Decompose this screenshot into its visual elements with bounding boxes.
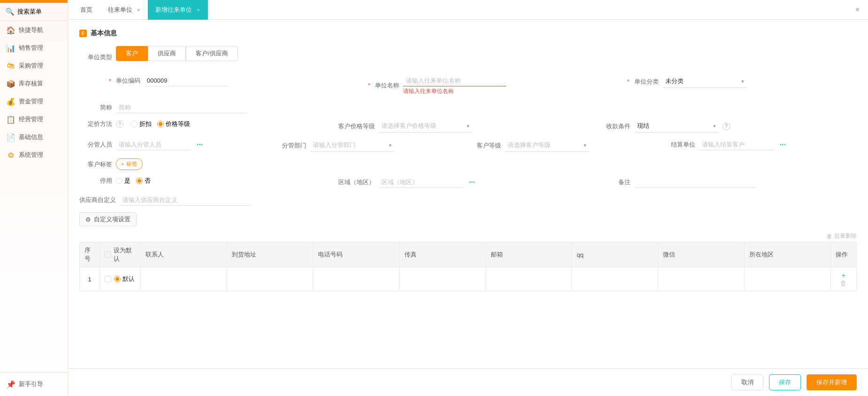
- batch-delete-btn[interactable]: 🗑 批量删除: [79, 232, 857, 240]
- col-default-label: 设为默认: [114, 246, 136, 263]
- gear-icon: ⚙: [85, 216, 91, 223]
- save-and-new-button[interactable]: 保存并新增: [807, 374, 857, 390]
- row-region-input[interactable]: [749, 274, 826, 285]
- custom-settings-button[interactable]: ⚙ 自定义项设置: [79, 212, 137, 226]
- row-checkbox[interactable]: [105, 276, 111, 282]
- customer-level-field: 客户等级 请选择客户等级 ▾: [468, 139, 662, 152]
- pricing-help-icon[interactable]: ?: [116, 120, 123, 128]
- sidebar-item-purchase[interactable]: 🛍 采购管理: [0, 57, 68, 75]
- settlement-unit-input[interactable]: [699, 139, 774, 150]
- add-tag-label: 标签: [126, 160, 137, 168]
- sidebar-item-guide[interactable]: 📌 新手引导: [0, 376, 68, 392]
- row-fax-input[interactable]: [404, 274, 481, 285]
- sidebar-bottom: 📌 新手引导: [0, 372, 68, 396]
- unit-code-input[interactable]: [144, 75, 228, 86]
- sidebar-item-quick-nav[interactable]: 🏠 快捷导航: [0, 21, 68, 39]
- tab-contacts[interactable]: 往来单位 ×: [100, 0, 148, 20]
- pricing-row: 定价方法 ? 折扣 价格等级 客户价格等级: [79, 120, 857, 132]
- chevron-down-icon-5: ▾: [584, 142, 586, 148]
- department-field: 分管部门 请输入分管部门 ▾: [274, 139, 468, 152]
- row-seq: 1: [80, 267, 100, 291]
- department-placeholder: 请输入分管部门: [313, 141, 387, 149]
- manager-more-btn[interactable]: ···: [195, 140, 205, 149]
- sidebar-item-label: 经营管理: [19, 115, 43, 124]
- payment-terms-select[interactable]: 现结 ▾: [634, 120, 719, 132]
- basic-info-icon: 📄: [7, 133, 15, 141]
- unit-category-value: 未分类: [665, 77, 739, 85]
- sidebar-item-label: 新手引导: [19, 380, 43, 388]
- main-area: 首页 往来单位 × 新增往来单位 × × F 基本信息 单位类型 客户 供应: [68, 0, 868, 396]
- code-name-category-row: * 单位编码 * 单位名称 请输入往来单位名称 * 单位分类 未分类 ▾: [79, 75, 857, 95]
- tab-new-contact[interactable]: 新增往来单位 ×: [148, 0, 207, 20]
- sidebar-item-basic-info[interactable]: 📄 基础信息: [0, 128, 68, 146]
- tab-home[interactable]: 首页: [73, 0, 100, 20]
- supplier-custom-input[interactable]: [120, 194, 251, 206]
- region-more-btn[interactable]: ···: [467, 178, 477, 186]
- sidebar-item-system[interactable]: ⚙ 系统管理: [0, 146, 68, 164]
- payment-terms-label: 收款条件: [598, 122, 631, 131]
- sidebar-item-operations[interactable]: 📋 经营管理: [0, 110, 68, 128]
- sidebar-item-inventory[interactable]: 📦 库存核算: [0, 75, 68, 93]
- unit-type-label: 单位类型: [79, 53, 112, 62]
- contacts-table: 序号 设为默认 联系人 到货地址 电话号码 传真 邮箱 qq: [79, 242, 857, 291]
- abbreviation-field: 简称: [79, 102, 857, 113]
- tab-new-contact-label: 新增往来单位: [155, 6, 192, 14]
- abbreviation-row: 简称: [79, 102, 857, 113]
- abbreviation-input[interactable]: [116, 102, 247, 113]
- manager-input[interactable]: [116, 139, 191, 150]
- unit-type-both[interactable]: 客户/供应商: [186, 46, 238, 61]
- unit-category-select[interactable]: 未分类 ▾: [662, 75, 747, 88]
- disabled-yes-radio[interactable]: 是: [116, 177, 130, 185]
- unit-category-required: *: [598, 78, 631, 85]
- row-default-radio[interactable]: 默认: [114, 275, 135, 283]
- remarks-input[interactable]: [634, 177, 756, 188]
- delete-row-btn[interactable]: 🗑: [838, 279, 848, 287]
- add-tag-button[interactable]: + 标签: [116, 158, 143, 170]
- sidebar-search[interactable]: 🔍 搜索菜单: [0, 3, 68, 21]
- chevron-down-icon-3: ▾: [713, 123, 716, 129]
- row-default-label: 默认: [122, 275, 135, 283]
- sidebar-item-sales[interactable]: 📊 销售管理: [0, 39, 68, 57]
- manager-row: 分管人员 ··· 分管部门 请输入分管部门 ▾ 客户等级 请选择客户等级 ▾ 结…: [79, 139, 857, 152]
- row-default: 默认: [100, 267, 141, 291]
- payment-terms-help-icon[interactable]: ?: [723, 123, 730, 130]
- cancel-button[interactable]: 取消: [731, 374, 763, 390]
- disabled-no-radio[interactable]: 否: [136, 177, 151, 185]
- remarks-field: 备注: [598, 177, 857, 188]
- operations-icon: 📋: [7, 115, 15, 124]
- row-contact-input[interactable]: [145, 274, 222, 285]
- row-phone-input[interactable]: [318, 274, 395, 285]
- region-input[interactable]: [379, 177, 463, 188]
- save-button[interactable]: 保存: [769, 374, 801, 390]
- row-wechat-input[interactable]: [663, 274, 739, 285]
- tab-contacts-close[interactable]: ×: [137, 7, 140, 13]
- row-qq-input[interactable]: [577, 274, 653, 285]
- unit-type-customer[interactable]: 客户: [116, 46, 148, 61]
- row-address-input[interactable]: [232, 274, 308, 285]
- settlement-unit-field: 结算单位 ···: [662, 139, 857, 150]
- pricing-discount-radio[interactable]: 折扣: [131, 120, 152, 128]
- col-region: 所在地区: [744, 242, 830, 267]
- add-row-btn[interactable]: +: [840, 271, 847, 279]
- unit-name-input[interactable]: [403, 75, 506, 86]
- select-all-checkbox[interactable]: [105, 251, 111, 258]
- pricing-level-radio[interactable]: 价格等级: [157, 120, 190, 128]
- row-email-input[interactable]: [491, 274, 567, 285]
- tab-bar: 首页 往来单位 × 新增往来单位 × ×: [68, 0, 868, 20]
- chevron-down-icon-4: ▾: [389, 142, 392, 148]
- row-wechat: [658, 267, 745, 291]
- close-all-tabs[interactable]: ×: [852, 6, 863, 14]
- settlement-unit-more-btn[interactable]: ···: [778, 140, 788, 149]
- customer-price-level-select[interactable]: 请选择客户价格等级 ▾: [379, 120, 472, 132]
- unit-type-supplier[interactable]: 供应商: [148, 46, 186, 61]
- col-email: 邮箱: [486, 242, 572, 267]
- col-address: 到货地址: [227, 242, 313, 267]
- sidebar-item-finance[interactable]: 💰 资金管理: [0, 93, 68, 110]
- tab-new-contact-close[interactable]: ×: [197, 7, 199, 13]
- table-header-row: 序号 设为默认 联系人 到货地址 电话号码 传真 邮箱 qq: [80, 242, 857, 267]
- department-select[interactable]: 请输入分管部门 ▾: [310, 139, 395, 152]
- customer-level-select[interactable]: 请选择客户等级 ▾: [505, 139, 589, 152]
- sidebar-item-label: 资金管理: [19, 97, 43, 106]
- manager-label: 分管人员: [79, 140, 112, 149]
- contacts-table-wrapper: 序号 设为默认 联系人 到货地址 电话号码 传真 邮箱 qq: [79, 242, 857, 291]
